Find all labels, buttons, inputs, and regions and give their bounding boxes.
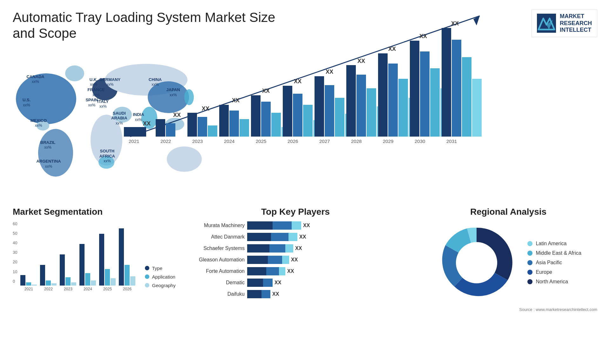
logo-line3: INTELLECT — [560, 27, 591, 33]
svg-rect-54 — [462, 57, 471, 137]
player-name-daifuku: Daifuku — [181, 291, 245, 297]
svg-point-15 — [165, 118, 184, 131]
player-xx-dematic: XX — [274, 280, 281, 286]
barchart-inner: XX XX XX XX XX XX XX XX XX XX XX 2021 20… — [219, 48, 597, 200]
logo-line1: MARKET — [560, 13, 584, 19]
reg-legend-latin-america: Latin America — [527, 241, 581, 246]
player-bar-wrap-forte: XX — [247, 267, 410, 275]
svg-rect-40 — [346, 65, 356, 137]
player-xx-forte: XX — [287, 268, 294, 274]
svg-text:2030: 2030 — [415, 138, 425, 144]
mexico-label: MEXICOxx% — [30, 118, 47, 128]
reg-dot-north-america — [527, 279, 532, 284]
svg-text:XX: XX — [232, 97, 240, 104]
player-bar-wrap-murata: XX — [247, 221, 410, 230]
header: Automatic Tray Loading System Market Siz… — [13, 10, 597, 42]
player-bar-seg2-schaefer — [269, 244, 285, 253]
reg-dot-europe — [527, 270, 532, 275]
seg-bar-groups: 2021 2022 — [20, 221, 135, 291]
reg-dot-latin-america — [527, 241, 532, 246]
donut-svg — [435, 221, 518, 304]
seg-bar-geo-2022 — [51, 283, 57, 286]
svg-rect-43 — [377, 106, 386, 137]
player-bar-seg1-daifuku — [247, 290, 261, 298]
page-title: Automatic Tray Loading System Market Siz… — [13, 10, 299, 42]
svg-rect-50 — [430, 68, 440, 137]
brazil-label: BRAZILxx% — [40, 140, 56, 150]
svg-rect-52 — [442, 28, 451, 137]
player-bar-seg3-forte — [279, 267, 285, 275]
player-bar-seg2-gleason — [268, 256, 282, 264]
svg-text:2025: 2025 — [256, 138, 266, 144]
player-name-gleason: Gleason Automation — [181, 257, 245, 263]
player-bar-seg3-murata — [292, 221, 301, 230]
seg-bar-geo-2026 — [130, 276, 135, 286]
player-name-attec: Attec Danmark — [181, 234, 245, 240]
seg-year-2024: 2024 — [84, 287, 92, 291]
reg-dot-asia-pacific — [527, 260, 532, 265]
seg-chart-wrap: 60 50 40 30 20 10 0 — [13, 221, 172, 291]
legend-dot-application — [145, 274, 149, 279]
player-name-forte: Forte Automation — [181, 268, 245, 274]
player-name-murata: Murata Machinery — [181, 223, 245, 228]
seg-bar-type-2024 — [79, 244, 85, 286]
svg-text:2026: 2026 — [288, 138, 298, 144]
source-text: Source : www.marketresearchintellect.com — [419, 307, 597, 312]
page: Automatic Tray Loading System Market Siz… — [0, 0, 610, 364]
legend-application: Application — [145, 274, 175, 280]
svg-rect-48 — [410, 41, 419, 137]
regional-section: Regional Analysis — [419, 207, 597, 312]
player-row-dematic: Dematic XX — [181, 279, 410, 287]
legend-type: Type — [145, 266, 175, 271]
germany-label: GERMANYxx% — [99, 77, 120, 87]
seg-year-2025: 2025 — [103, 287, 112, 291]
y-axis: 60 50 40 30 20 10 0 — [13, 221, 18, 291]
svg-rect-51 — [440, 88, 450, 137]
svg-rect-30 — [271, 113, 281, 137]
legend-label-type: Type — [152, 266, 162, 271]
svg-rect-35 — [313, 120, 323, 137]
seg-group-2023: 2023 — [60, 223, 76, 291]
player-row-attec: Attec Danmark XX — [181, 233, 410, 241]
svg-rect-37 — [325, 85, 334, 137]
seg-year-2021: 2021 — [24, 287, 33, 291]
svg-text:2029: 2029 — [383, 138, 393, 144]
regional-content: Latin America Middle East & Africa Asia … — [419, 221, 597, 304]
reg-label-mea: Middle East & Africa — [536, 250, 581, 256]
logo-line2: RESEARCH — [560, 20, 592, 26]
bottom-grid: Market Segmentation 60 50 40 30 20 10 0 — [13, 207, 597, 312]
saudi-label: SAUDIARABIAxx% — [111, 111, 127, 126]
seg-bar-type-2023 — [60, 254, 65, 286]
svg-rect-33 — [293, 94, 302, 137]
players-title: Top Key Players — [181, 207, 410, 217]
player-bar-wrap-gleason: XX — [247, 256, 410, 264]
player-name-dematic: Dematic — [181, 280, 245, 286]
reg-legend-europe: Europe — [527, 269, 581, 275]
svg-rect-28 — [251, 95, 261, 137]
players-section: Top Key Players Murata Machinery XX Att — [181, 207, 410, 301]
player-xx-schaefer: XX — [295, 246, 302, 251]
svg-point-16 — [167, 146, 202, 172]
seg-chart-body: 60 50 40 30 20 10 0 — [13, 221, 135, 291]
svg-rect-27 — [240, 119, 249, 137]
seg-group-2026: 2026 — [119, 223, 135, 291]
player-row-daifuku: Daifuku XX — [181, 290, 410, 298]
map-container: CANADAxx% U.S.xx% MEXICOxx% BRAZILxx% AR… — [13, 48, 210, 194]
svg-text:XX: XX — [262, 88, 270, 94]
svg-text:2031: 2031 — [446, 138, 457, 144]
svg-rect-36 — [315, 76, 324, 137]
player-bar-wrap-attec: XX — [247, 233, 410, 241]
svg-rect-32 — [283, 86, 292, 137]
player-bar-seg1-murata — [247, 221, 273, 230]
svg-rect-49 — [420, 51, 430, 137]
svg-rect-45 — [388, 64, 398, 137]
logo-text: MARKET RESEARCH INTELLECT — [560, 13, 592, 34]
map-section: CANADAxx% U.S.xx% MEXICOxx% BRAZILxx% AR… — [13, 48, 210, 200]
reg-legend-mea: Middle East & Africa — [527, 250, 581, 256]
svg-rect-29 — [261, 102, 271, 137]
svg-rect-41 — [356, 75, 366, 137]
barchart-section: XX XX XX XX XX XX XX XX XX XX XX 2021 20… — [219, 48, 597, 200]
france-label: FRANCExx% — [88, 87, 105, 97]
player-xx-murata: XX — [303, 223, 310, 228]
player-row-forte: Forte Automation XX — [181, 267, 410, 275]
